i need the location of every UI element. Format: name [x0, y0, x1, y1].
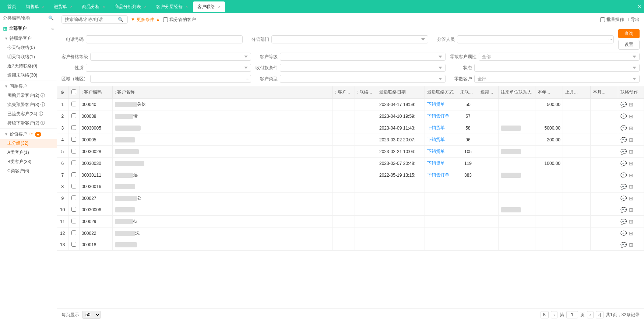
chat-icon[interactable]: 💬: [620, 230, 627, 236]
more-action-icon[interactable]: ⊞: [629, 113, 633, 119]
row-last-way[interactable]: 下销货单: [425, 158, 458, 169]
chat-icon[interactable]: 💬: [620, 125, 627, 131]
row-actions[interactable]: 💬 ⊞: [618, 239, 644, 251]
nav-tab-customer-tier[interactable]: 客户分层经营 ×: [152, 1, 192, 12]
close-analysis-list-icon[interactable]: ×: [144, 4, 146, 9]
search-input[interactable]: [65, 17, 116, 22]
sidebar-item-7days[interactable]: 近7天待联络(0): [0, 61, 57, 71]
chat-icon[interactable]: 💬: [620, 160, 627, 166]
row-last-way[interactable]: [425, 239, 458, 251]
sidebar-item-churn-warning[interactable]: 流失预警客户(3) ⓘ: [0, 100, 57, 109]
row-checkbox[interactable]: [68, 146, 79, 158]
row-last-way[interactable]: [425, 227, 458, 239]
more-action-icon[interactable]: ⊞: [629, 172, 633, 178]
more-action-icon[interactable]: ⊞: [629, 195, 633, 201]
sidebar-item-declining[interactable]: 持续下滑客户(2) ⓘ: [0, 119, 57, 128]
row-name[interactable]: 沈: [112, 227, 333, 239]
last-way-link[interactable]: 下销货单: [427, 149, 445, 154]
row-actions[interactable]: 💬 ⊞: [618, 122, 644, 134]
more-action-icon[interactable]: ⊞: [629, 184, 633, 190]
row-actions[interactable]: 💬 ⊞: [618, 146, 644, 158]
export-button[interactable]: ↑ 导出: [627, 17, 640, 23]
row-actions[interactable]: 💬 ⊞: [618, 110, 644, 122]
chat-icon[interactable]: 💬: [620, 219, 627, 225]
sidebar-search-icon[interactable]: 🔍: [48, 15, 54, 21]
row-checkbox[interactable]: [68, 193, 79, 204]
section-value-customers[interactable]: ▼ 价值客户 ⟳ ●: [0, 130, 57, 139]
batch-checkbox[interactable]: [600, 17, 605, 22]
row-checkbox[interactable]: [68, 216, 79, 227]
batch-operation-button[interactable]: 批量操作: [600, 17, 624, 23]
filter-customer-type-select[interactable]: [280, 75, 445, 83]
more-conditions-button[interactable]: ▼ 更多条件 ▲: [131, 17, 160, 23]
row-name[interactable]: [112, 239, 333, 251]
last-way-link[interactable]: 下销售订单: [427, 113, 449, 119]
more-action-icon[interactable]: ⊞: [629, 149, 633, 155]
section-problem-customers[interactable]: ▼ 问题客户: [0, 82, 57, 91]
row-checkbox[interactable]: [68, 110, 79, 122]
sidebar-collapse-icon[interactable]: «: [51, 26, 54, 31]
chat-icon[interactable]: 💬: [620, 102, 627, 107]
filter-phone-input[interactable]: [86, 35, 243, 43]
close-sales-icon[interactable]: ×: [42, 4, 44, 9]
close-purchase-icon[interactable]: ×: [70, 4, 72, 9]
select-all-checkbox[interactable]: [71, 89, 76, 94]
row-last-way[interactable]: 下销货单: [425, 99, 458, 110]
row-name[interactable]: 扶: [112, 216, 333, 227]
page-size-select[interactable]: 50 100: [82, 311, 101, 319]
row-name[interactable]: 关伙: [112, 99, 333, 110]
row-actions[interactable]: 💬 ⊞: [618, 158, 644, 169]
more-action-icon[interactable]: ⊞: [629, 137, 633, 143]
row-checkbox[interactable]: [68, 169, 79, 181]
filter-person-dots[interactable]: ···: [608, 37, 612, 42]
sidebar-item-b-class[interactable]: B类客户(33): [0, 157, 57, 166]
nav-tab-analysis-list[interactable]: 商品分析列表 ×: [110, 1, 151, 12]
row-name[interactable]: [112, 158, 333, 169]
nav-tab-customer-contact[interactable]: 客户联络 ×: [193, 1, 225, 12]
filter-nature-select[interactable]: [86, 64, 251, 72]
more-action-icon[interactable]: ⊞: [629, 160, 633, 166]
search-icon[interactable]: 🔍: [118, 17, 123, 22]
nav-tab-sales[interactable]: 销售单 ×: [21, 1, 49, 12]
row-checkbox[interactable]: [68, 181, 79, 193]
last-way-link[interactable]: 下销售订单: [427, 172, 449, 177]
filter-dept-select[interactable]: [271, 35, 428, 43]
row-name[interactable]: [112, 122, 333, 134]
row-checkbox[interactable]: [68, 227, 79, 239]
sidebar-item-tomorrow[interactable]: 明天待联络(1): [0, 52, 57, 61]
row-name[interactable]: [112, 204, 333, 216]
row-name[interactable]: [112, 134, 333, 146]
row-actions[interactable]: 💬 ⊞: [618, 227, 644, 239]
filter-status-select[interactable]: [474, 64, 640, 72]
row-last-way[interactable]: [425, 193, 458, 204]
chat-icon[interactable]: 💬: [620, 207, 627, 213]
settings-icon[interactable]: ⚙: [60, 90, 64, 95]
row-actions[interactable]: 💬 ⊞: [618, 204, 644, 216]
more-action-icon[interactable]: ⊞: [629, 207, 633, 213]
col-checkbox[interactable]: [68, 86, 79, 99]
filter-region-input[interactable]: ···: [90, 75, 251, 83]
last-page-button[interactable]: ›|: [596, 311, 603, 318]
more-action-icon[interactable]: ⊞: [629, 219, 633, 225]
last-way-link[interactable]: 下销货单: [427, 125, 445, 130]
sidebar-search-input[interactable]: [3, 15, 47, 21]
close-customer-contact-icon[interactable]: ×: [218, 4, 220, 9]
chat-icon[interactable]: 💬: [620, 137, 627, 143]
row-checkbox[interactable]: [68, 99, 79, 110]
more-action-icon[interactable]: ⊞: [629, 230, 633, 236]
page-number-input[interactable]: [566, 311, 578, 318]
last-way-link[interactable]: 下销货单: [427, 160, 445, 166]
nav-tab-home[interactable]: 首页: [3, 1, 21, 12]
filter-region-dots[interactable]: ···: [246, 76, 249, 81]
row-name[interactable]: [112, 146, 333, 158]
chat-icon[interactable]: 💬: [620, 113, 627, 119]
filter-customer-level-select[interactable]: [280, 53, 445, 61]
row-checkbox[interactable]: [68, 134, 79, 146]
sidebar-item-lost[interactable]: 已流失客户(24) ⓘ: [0, 109, 57, 119]
row-actions[interactable]: 💬 ⊞: [618, 169, 644, 181]
row-actions[interactable]: 💬 ⊞: [618, 99, 644, 110]
sidebar-item-ungroup[interactable]: 未分组(32): [0, 139, 57, 148]
row-last-way[interactable]: 下销货单: [425, 146, 458, 158]
query-button[interactable]: 查询: [618, 29, 640, 38]
row-last-way[interactable]: 下销货单: [425, 134, 458, 146]
